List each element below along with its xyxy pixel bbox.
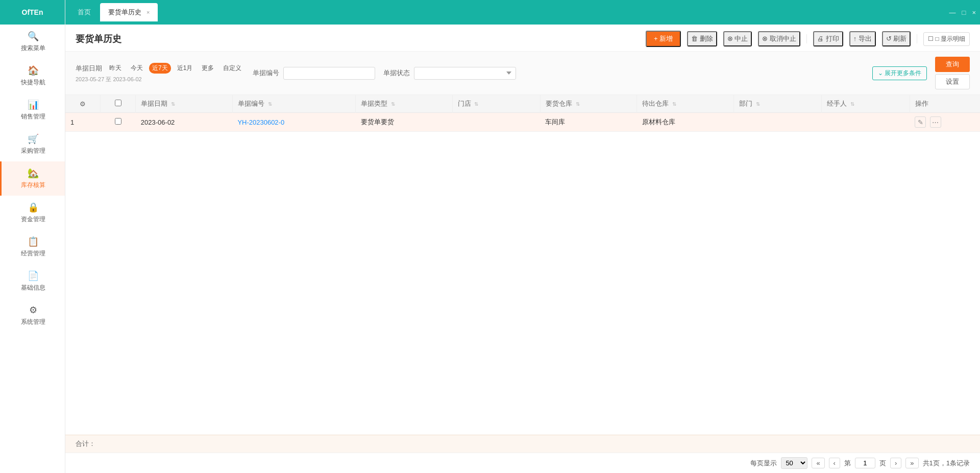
cell-checkbox[interactable] [101,113,136,132]
status-select[interactable] [414,67,516,80]
sort-no-icon: ⇅ [268,101,272,107]
th-settings[interactable]: ⚙ [65,95,101,113]
th-checkbox[interactable] [101,95,136,113]
search-menu-icon: 🔍 [28,31,39,42]
filter-settings-button[interactable]: 设置 [935,74,970,89]
table-body: 1 2023-06-02 YH-20230602-0 要货单要货 车间库 原材料… [65,113,980,132]
topbar: 首页 要货单历史 × — □ × [65,0,980,25]
sidebar-item-inventory[interactable]: 🏡 库存核算 [0,161,65,196]
th-no-label: 单据编号 [238,100,264,107]
th-handler[interactable]: 经手人 ⇅ [822,95,910,113]
per-page-select[interactable]: 20 50 100 200 [781,457,807,469]
sidebar-item-operation[interactable]: 📋 经营管理 [0,230,65,264]
th-type-label: 单据类型 [361,100,387,107]
doc-no-input[interactable] [283,67,375,80]
cell-dept [733,113,821,132]
sort-handler-icon: ⇅ [850,101,854,107]
th-date[interactable]: 单据日期 ⇅ [136,95,233,113]
select-all-checkbox[interactable] [115,100,121,106]
last-page-button[interactable]: » [905,458,918,468]
toolbar-divider-1 [806,34,807,43]
row-more-icon[interactable]: ⋯ [930,116,941,128]
expand-more-button[interactable]: ⌄ 展开更多条件 [872,66,927,80]
logo-text: OfTEn [22,8,43,16]
sidebar-item-sales[interactable]: 📊 销售管理 [0,93,65,127]
tab-home-label: 首页 [78,8,91,17]
th-warehouse-label: 要货仓库 [546,100,572,107]
sidebar-item-system-label: 系统管理 [21,318,45,326]
maximize-button[interactable]: □ [962,9,966,16]
table-container: ⚙ 单据日期 ⇅ 单据编号 ⇅ 单据类型 [65,95,980,435]
cell-pending-warehouse: 原材料仓库 [637,113,734,132]
table-header: ⚙ 单据日期 ⇅ 单据编号 ⇅ 单据类型 [65,95,980,113]
sidebar-item-basic-info[interactable]: 📄 基础信息 [0,264,65,298]
date-shortcut-1month[interactable]: 近1月 [174,63,196,74]
th-ops: 操作 [910,95,980,113]
sidebar-item-quick-nav[interactable]: 🏠 快捷导航 [0,59,65,93]
cancel-stop-button[interactable]: ⊗ 取消中止 [758,31,800,46]
export-button[interactable]: ↑ 导出 [849,31,876,46]
sidebar-item-quick-nav-label: 快捷导航 [21,78,45,87]
tab-home[interactable]: 首页 [69,3,99,21]
content: 要货单历史 + 新增 🗑 删除 ⊗ 中止 ⊗ 取消中止 🖨 打印 ↑ 导出 ↺ … [65,25,980,473]
sidebar-item-search-menu[interactable]: 🔍 搜索菜单 [0,25,65,59]
summary-label: 合计： [76,440,95,447]
operation-icon: 📋 [28,236,39,247]
cell-handler [822,113,910,132]
refresh-button[interactable]: ↺ 刷新 [882,31,911,46]
sidebar-item-purchase[interactable]: 🛒 采购管理 [0,127,65,161]
th-type[interactable]: 单据类型 ⇅ [356,95,453,113]
sidebar-item-basic-info-label: 基础信息 [21,283,45,292]
sort-pending-icon: ⇅ [672,101,676,107]
date-shortcut-more[interactable]: 更多 [199,63,217,74]
new-button[interactable]: + 新增 [646,31,681,47]
expand-icon: ⌄ [878,69,883,77]
row-edit-icon[interactable]: ✎ [915,116,926,128]
sidebar-item-system[interactable]: ⚙ 系统管理 [0,298,65,333]
close-window-button[interactable]: × [972,9,976,16]
date-filter-label: 单据日期 [76,64,102,73]
th-pending-label: 待出仓库 [642,100,669,107]
minimize-button[interactable]: — [949,9,956,16]
display-detail-button[interactable]: ☐ □ 显示明细 [923,32,970,46]
next-page-button[interactable]: › [890,458,901,468]
date-shortcut-custom[interactable]: 自定义 [220,63,244,74]
th-no[interactable]: 单据编号 ⇅ [232,95,355,113]
date-shortcut-yesterday[interactable]: 昨天 [106,63,125,74]
row-checkbox[interactable] [115,118,121,125]
query-button[interactable]: 查询 [935,57,970,72]
per-page-label: 每页显示 [750,459,777,468]
cell-warehouse: 车间库 [540,113,637,132]
sidebar-item-finance[interactable]: 🔒 资金管理 [0,196,65,230]
total-info: 共1页，1条记录 [923,459,970,468]
display-detail-label: □ 显示明细 [935,35,965,43]
first-page-button[interactable]: « [812,458,824,468]
doc-no-link[interactable]: YH-20230602-0 [237,119,284,126]
stop-button[interactable]: ⊗ 中止 [723,31,752,46]
sidebar-item-sales-label: 销售管理 [21,112,45,121]
delete-button[interactable]: 🗑 删除 [687,31,717,46]
toolbar-divider-2 [917,34,917,43]
th-pending-warehouse[interactable]: 待出仓库 ⇅ [637,95,734,113]
main-area: 首页 要货单历史 × — □ × 要货单历史 + 新增 🗑 删除 ⊗ 中止 ⊗ … [65,0,980,473]
sales-icon: 📊 [28,99,39,110]
page-suffix: 页 [879,459,886,468]
quick-nav-icon: 🏠 [28,65,39,76]
doc-no-filter-group: 单据编号 [253,67,375,80]
date-shortcut-today[interactable]: 今天 [128,63,146,74]
th-dept[interactable]: 部门 ⇅ [733,95,821,113]
print-button[interactable]: 🖨 打印 [813,31,843,46]
prev-page-button[interactable]: ‹ [829,458,840,468]
display-detail-checkbox-icon: ☐ [928,35,934,42]
th-shop[interactable]: 门店 ⇅ [452,95,540,113]
tab-close-icon[interactable]: × [146,9,150,15]
tab-requisition-history[interactable]: 要货单历史 × [100,3,158,21]
purchase-icon: 🛒 [28,133,39,145]
th-warehouse[interactable]: 要货仓库 ⇅ [540,95,637,113]
date-shortcuts: 昨天 今天 近7天 近1月 更多 自定义 [106,63,244,74]
date-shortcut-7days[interactable]: 近7天 [149,63,171,74]
pagination: 每页显示 20 50 100 200 « ‹ 第 页 › » 共1页，1条记录 [65,453,980,473]
page-number-input[interactable] [855,458,875,468]
table-row[interactable]: 1 2023-06-02 YH-20230602-0 要货单要货 车间库 原材料… [65,113,980,132]
date-filter-group: 单据日期 昨天 今天 近7天 近1月 更多 自定义 2023-05-27 至 2… [76,63,244,83]
